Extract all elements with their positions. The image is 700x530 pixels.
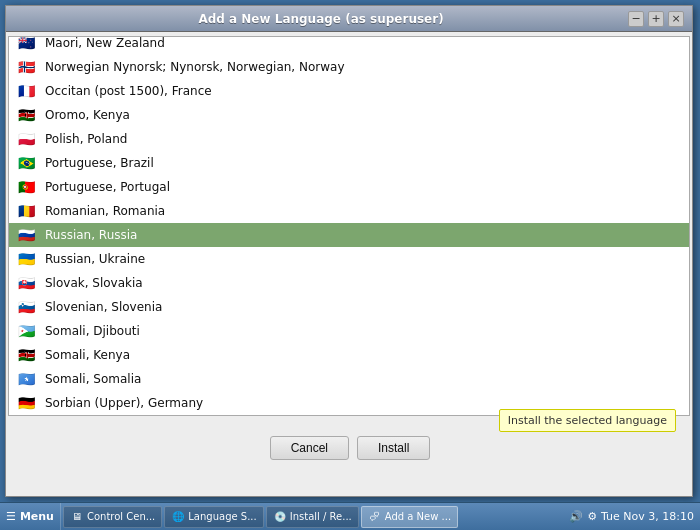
flag-icon: 🇩🇯 bbox=[15, 324, 37, 338]
flag-icon: 🇷🇺 bbox=[15, 228, 37, 242]
language-label: Russian, Russia bbox=[45, 228, 137, 242]
list-item[interactable]: 🇰🇪Somali, Kenya bbox=[9, 343, 689, 367]
flag-icon: 🇰🇪 bbox=[15, 348, 37, 362]
bottom-area: Install the selected language Cancel Ins… bbox=[6, 409, 694, 468]
taskbar-item-icon: 💿 bbox=[273, 510, 287, 524]
language-label: Somali, Kenya bbox=[45, 348, 130, 362]
list-item[interactable]: 🇧🇷Portuguese, Brazil bbox=[9, 151, 689, 175]
flag-icon: 🇫🇷 bbox=[15, 84, 37, 98]
minimize-button[interactable]: − bbox=[628, 11, 644, 27]
language-label: Portuguese, Portugal bbox=[45, 180, 170, 194]
list-item[interactable]: 🇵🇹Portuguese, Portugal bbox=[9, 175, 689, 199]
taskbar-item-label: Install / Re... bbox=[290, 511, 352, 522]
list-item[interactable]: 🇰🇪Oromo, Kenya bbox=[9, 103, 689, 127]
main-window: Add a New Language (as superuser) − + × … bbox=[5, 5, 693, 497]
titlebar: Add a New Language (as superuser) − + × bbox=[6, 6, 692, 32]
taskbar-item-icon: 🗪 bbox=[368, 510, 382, 524]
taskbar-item-icon: 🖥 bbox=[70, 510, 84, 524]
flag-icon: 🇳🇴 bbox=[15, 60, 37, 74]
window-controls: − + × bbox=[628, 11, 684, 27]
taskbar-item[interactable]: 🖥Control Cen... bbox=[63, 506, 162, 528]
cancel-button[interactable]: Cancel bbox=[270, 436, 349, 460]
list-item[interactable]: 🇩🇯Somali, Djibouti bbox=[9, 319, 689, 343]
settings-icon[interactable]: ⚙ bbox=[587, 510, 597, 523]
language-label: Somali, Somalia bbox=[45, 372, 141, 386]
tooltip-area: Install the selected language bbox=[14, 409, 686, 432]
flag-icon: 🇵🇹 bbox=[15, 180, 37, 194]
list-item[interactable]: 🇸🇰Slovak, Slovakia bbox=[9, 271, 689, 295]
clock: Tue Nov 3, 18:10 bbox=[601, 510, 694, 523]
flag-icon: 🇷🇴 bbox=[15, 204, 37, 218]
language-label: Portuguese, Brazil bbox=[45, 156, 154, 170]
flag-icon: 🇸🇰 bbox=[15, 276, 37, 290]
taskbar-item-icon: 🌐 bbox=[171, 510, 185, 524]
flag-icon: 🇸🇴 bbox=[15, 372, 37, 386]
flag-icon: 🇳🇿 bbox=[15, 36, 37, 50]
list-item[interactable]: 🇵🇱Polish, Poland bbox=[9, 127, 689, 151]
language-label: Oromo, Kenya bbox=[45, 108, 130, 122]
flag-icon: 🇰🇪 bbox=[15, 108, 37, 122]
close-button[interactable]: × bbox=[668, 11, 684, 27]
language-label: Slovak, Slovakia bbox=[45, 276, 143, 290]
list-item[interactable]: 🇷🇴Romanian, Romania bbox=[9, 199, 689, 223]
taskbar-item[interactable]: 🌐Language S... bbox=[164, 506, 263, 528]
language-label: Sorbian (Upper), Germany bbox=[45, 396, 203, 410]
list-item[interactable]: 🇳🇿Maori, New Zealand bbox=[9, 36, 689, 55]
window-title: Add a New Language (as superuser) bbox=[14, 12, 628, 26]
install-button[interactable]: Install bbox=[357, 436, 430, 460]
taskbar-item[interactable]: 💿Install / Re... bbox=[266, 506, 359, 528]
language-label: Maori, New Zealand bbox=[45, 36, 165, 50]
list-item[interactable]: 🇸🇴Somali, Somalia bbox=[9, 367, 689, 391]
list-item[interactable]: 🇺🇦Russian, Ukraine bbox=[9, 247, 689, 271]
taskbar-items: 🖥Control Cen...🌐Language S...💿Install / … bbox=[61, 503, 563, 530]
button-row: Cancel Install bbox=[14, 436, 686, 460]
flag-icon: 🇧🇷 bbox=[15, 156, 37, 170]
flag-icon: 🇩🇪 bbox=[15, 396, 37, 410]
flag-icon: 🇵🇱 bbox=[15, 132, 37, 146]
volume-icon[interactable]: 🔊 bbox=[569, 510, 583, 523]
taskbar-item[interactable]: 🗪Add a New ... bbox=[361, 506, 458, 528]
language-label: Romanian, Romania bbox=[45, 204, 165, 218]
menu-icon: ☰ bbox=[6, 510, 16, 523]
list-item[interactable]: 🇳🇴Norwegian Nynorsk; Nynorsk, Norwegian,… bbox=[9, 55, 689, 79]
taskbar-item-label: Add a New ... bbox=[385, 511, 451, 522]
list-item[interactable]: 🇫🇷Occitan (post 1500), France bbox=[9, 79, 689, 103]
flag-icon: 🇸🇮 bbox=[15, 300, 37, 314]
taskbar: ☰ Menu 🖥Control Cen...🌐Language S...💿Ins… bbox=[0, 502, 700, 530]
flag-icon: 🇺🇦 bbox=[15, 252, 37, 266]
menu-label: Menu bbox=[20, 510, 54, 523]
taskbar-menu[interactable]: ☰ Menu bbox=[0, 503, 61, 530]
language-list[interactable]: 🇲🇹Maltese, Malta🇬🇧Manx, United Kingdom🇳🇿… bbox=[8, 36, 690, 416]
language-label: Occitan (post 1500), France bbox=[45, 84, 212, 98]
language-label: Norwegian Nynorsk; Nynorsk, Norwegian, N… bbox=[45, 60, 345, 74]
install-tooltip: Install the selected language bbox=[499, 409, 676, 432]
language-label: Russian, Ukraine bbox=[45, 252, 145, 266]
language-label: Slovenian, Slovenia bbox=[45, 300, 162, 314]
maximize-button[interactable]: + bbox=[648, 11, 664, 27]
list-item[interactable]: 🇷🇺Russian, Russia bbox=[9, 223, 689, 247]
taskbar-right: 🔊 ⚙ Tue Nov 3, 18:10 bbox=[563, 503, 700, 530]
list-item[interactable]: 🇸🇮Slovenian, Slovenia bbox=[9, 295, 689, 319]
language-label: Somali, Djibouti bbox=[45, 324, 140, 338]
taskbar-item-label: Language S... bbox=[188, 511, 256, 522]
language-label: Polish, Poland bbox=[45, 132, 127, 146]
taskbar-item-label: Control Cen... bbox=[87, 511, 155, 522]
